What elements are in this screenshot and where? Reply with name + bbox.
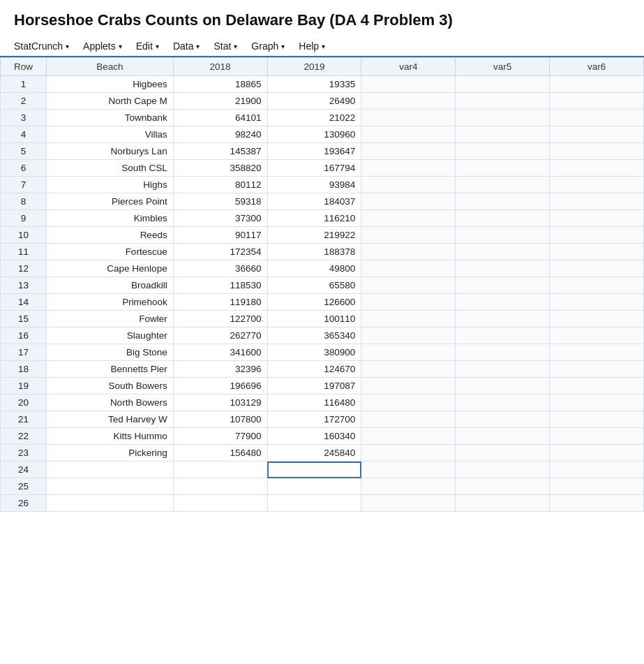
cell-var6[interactable]	[550, 277, 644, 294]
menu-statcrunch[interactable]: StatCrunch▾	[7, 36, 76, 56]
cell-2019[interactable]: 124670	[267, 361, 361, 378]
cell-var5[interactable]	[456, 160, 550, 177]
cell-2018[interactable]: 196696	[173, 378, 267, 394]
cell-var6[interactable]	[550, 227, 644, 244]
cell-2018[interactable]: 358820	[173, 160, 267, 177]
cell-beach[interactable]	[47, 462, 173, 478]
cell-var4[interactable]	[361, 110, 456, 126]
cell-beach[interactable]: Cape Henlope	[47, 260, 173, 277]
cell-2019[interactable]: 100110	[267, 311, 361, 327]
cell-2018[interactable]: 262770	[173, 327, 267, 344]
cell-2018[interactable]: 122700	[173, 311, 267, 327]
cell-var5[interactable]	[456, 143, 550, 160]
cell-2019[interactable]	[267, 478, 361, 495]
cell-2018[interactable]: 98240	[173, 126, 267, 143]
cell-var6[interactable]	[550, 110, 644, 126]
cell-var4[interactable]	[361, 478, 456, 495]
cell-var6[interactable]	[550, 478, 644, 495]
cell-var6[interactable]	[550, 394, 644, 411]
cell-var4[interactable]	[361, 344, 456, 361]
cell-beach[interactable]: South Bowers	[47, 378, 173, 394]
cell-2018[interactable]: 21900	[173, 93, 267, 110]
cell-var5[interactable]	[456, 110, 550, 126]
col-header-2018[interactable]: 2018	[173, 58, 267, 76]
cell-var4[interactable]	[361, 311, 456, 327]
cell-var6[interactable]	[550, 327, 644, 344]
cell-var4[interactable]	[361, 126, 456, 143]
cell-var4[interactable]	[361, 277, 456, 294]
cell-var5[interactable]	[456, 428, 550, 445]
cell-2019[interactable]: 19335	[267, 76, 361, 93]
cell-var6[interactable]	[550, 428, 644, 445]
cell-beach[interactable]: Bennetts Pier	[47, 361, 173, 378]
cell-var5[interactable]	[456, 311, 550, 327]
cell-var4[interactable]	[361, 193, 456, 210]
cell-2018[interactable]: 80112	[173, 177, 267, 193]
menu-help[interactable]: Help▾	[292, 36, 332, 56]
col-header-beach[interactable]: Beach	[47, 58, 173, 76]
cell-var6[interactable]	[550, 76, 644, 93]
cell-var6[interactable]	[550, 93, 644, 110]
cell-beach[interactable]: Big Stone	[47, 344, 173, 361]
cell-var4[interactable]	[361, 327, 456, 344]
cell-var4[interactable]	[361, 260, 456, 277]
cell-beach[interactable]: North Bowers	[47, 394, 173, 411]
cell-beach[interactable]: Fortescue	[47, 244, 173, 260]
cell-beach[interactable]: Slaughter	[47, 327, 173, 344]
cell-var5[interactable]	[456, 294, 550, 311]
cell-var4[interactable]	[361, 462, 456, 478]
cell-2018[interactable]: 77900	[173, 428, 267, 445]
cell-var5[interactable]	[456, 177, 550, 193]
cell-2018[interactable]	[173, 462, 267, 478]
cell-var6[interactable]	[550, 126, 644, 143]
cell-var5[interactable]	[456, 445, 550, 462]
cell-var5[interactable]	[456, 394, 550, 411]
cell-2019[interactable]: 219922	[267, 227, 361, 244]
cell-2018[interactable]: 172354	[173, 244, 267, 260]
cell-2019[interactable]	[267, 462, 361, 478]
cell-var6[interactable]	[550, 344, 644, 361]
cell-beach[interactable]: Ted Harvey W	[47, 411, 173, 428]
cell-beach[interactable]: Higbees	[47, 76, 173, 93]
cell-var5[interactable]	[456, 378, 550, 394]
cell-var5[interactable]	[456, 227, 550, 244]
cell-var6[interactable]	[550, 193, 644, 210]
cell-2018[interactable]: 118530	[173, 277, 267, 294]
cell-var6[interactable]	[550, 445, 644, 462]
cell-beach[interactable]: South CSL	[47, 160, 173, 177]
cell-var4[interactable]	[361, 227, 456, 244]
menu-applets[interactable]: Applets▾	[76, 36, 129, 56]
cell-var4[interactable]	[361, 495, 456, 512]
cell-beach[interactable]: Highs	[47, 177, 173, 193]
col-header-2019[interactable]: 2019	[267, 58, 361, 76]
cell-var6[interactable]	[550, 177, 644, 193]
cell-var5[interactable]	[456, 361, 550, 378]
cell-var4[interactable]	[361, 394, 456, 411]
cell-2018[interactable]: 36660	[173, 260, 267, 277]
cell-var6[interactable]	[550, 143, 644, 160]
cell-var6[interactable]	[550, 462, 644, 478]
cell-var6[interactable]	[550, 495, 644, 512]
cell-var6[interactable]	[550, 210, 644, 227]
cell-2019[interactable]: 193647	[267, 143, 361, 160]
cell-2019[interactable]: 197087	[267, 378, 361, 394]
cell-var5[interactable]	[456, 277, 550, 294]
cell-2018[interactable]: 145387	[173, 143, 267, 160]
cell-beach[interactable]: Townbank	[47, 110, 173, 126]
cell-2019[interactable]: 26490	[267, 93, 361, 110]
cell-var6[interactable]	[550, 160, 644, 177]
cell-var6[interactable]	[550, 361, 644, 378]
cell-2019[interactable]: 172700	[267, 411, 361, 428]
cell-2018[interactable]	[173, 495, 267, 512]
cell-2018[interactable]: 103129	[173, 394, 267, 411]
cell-var4[interactable]	[361, 294, 456, 311]
cell-beach[interactable]: North Cape M	[47, 93, 173, 110]
cell-2019[interactable]: 93984	[267, 177, 361, 193]
cell-2018[interactable]: 37300	[173, 210, 267, 227]
cell-var4[interactable]	[361, 378, 456, 394]
cell-var4[interactable]	[361, 428, 456, 445]
cell-2019[interactable]: 49800	[267, 260, 361, 277]
menu-edit[interactable]: Edit▾	[129, 36, 166, 56]
cell-var5[interactable]	[456, 478, 550, 495]
cell-2018[interactable]: 32396	[173, 361, 267, 378]
